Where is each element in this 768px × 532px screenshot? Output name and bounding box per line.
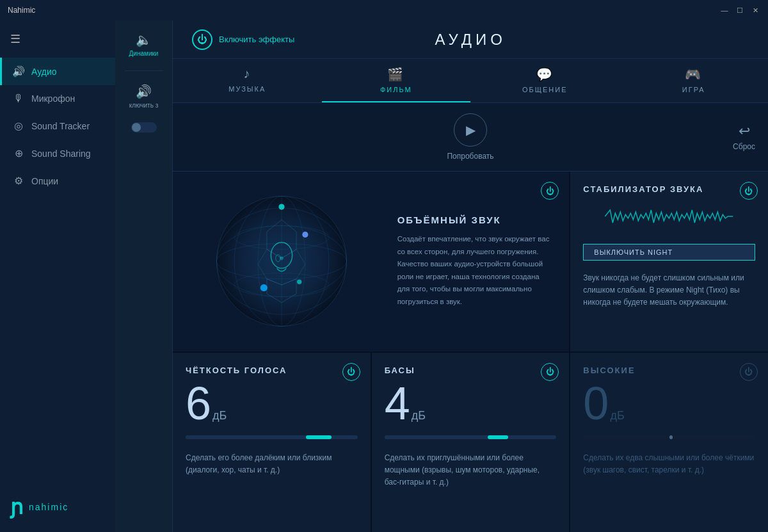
film-tab-icon: 🎬 (387, 67, 404, 82)
device-switch[interactable] (131, 122, 157, 133)
app-title: Nahimic (8, 6, 35, 15)
voice-card: ЧЁТКОСТЬ ГОЛОСА ⏻ 6 дБ Сделать его более… (173, 353, 371, 533)
voice-db-unit: дБ (212, 410, 227, 421)
voice-slider[interactable] (186, 435, 358, 439)
bass-db-display: 4 дБ (385, 380, 557, 426)
highs-db-number: 0 (583, 380, 609, 426)
bass-db-unit: дБ (412, 410, 426, 421)
device-virt-label: ключить з (129, 102, 159, 109)
device-speakers[interactable]: 🔈 Динамики (115, 27, 172, 63)
highs-slider[interactable] (583, 435, 755, 439)
bass-card: БАСЫ ⏻ 4 дБ Сделать их приглушёнными или… (372, 353, 570, 533)
minimize-button[interactable]: — (719, 5, 730, 15)
music-tab-icon: ♪ (243, 67, 251, 81)
speakers-icon: 🔈 (136, 32, 152, 47)
virt-icon: 🔊 (136, 84, 152, 99)
stabilizer-description: Звук никогда не будет слишком сильным ил… (583, 272, 755, 309)
top-bar: ⏻ Включить эффекты АУДИО (173, 20, 768, 59)
device-speakers-label: Динамики (129, 50, 159, 58)
device-virt[interactable]: 🔊 ключить з (115, 79, 172, 115)
sidebar-item-audio[interactable]: 🔊 Аудио (0, 58, 115, 85)
game-tab-icon: 🎮 (685, 67, 702, 82)
main-content: ▶ Попробовать ↩ Сброс (173, 103, 768, 532)
highs-card: ВЫСОКИЕ ⏻ 0 дБ Сделать их едва слышными … (570, 353, 768, 533)
surround-power-btn[interactable]: ⏻ (541, 182, 559, 200)
try-label: Попробовать (447, 152, 493, 161)
tab-game[interactable]: 🎮 ИГРА (620, 59, 769, 102)
highs-db-unit: дБ (610, 410, 624, 421)
svg-point-15 (297, 280, 301, 284)
night-mode-button[interactable]: ВЫКЛЮЧИТЬ NIGHT (583, 244, 755, 261)
highs-title: ВЫСОКИЕ (583, 366, 755, 375)
device-divider (125, 70, 163, 71)
switch-knob (132, 123, 141, 132)
sphere-svg (205, 184, 358, 338)
sidebar-label-tracker: Sound Tracker (31, 121, 90, 131)
bass-description: Сделать их приглушёнными или более мощны… (385, 452, 557, 489)
music-tab-label: МУЗЫКА (228, 85, 266, 93)
menu-icon[interactable]: ☰ (0, 27, 115, 51)
sidebar-label-audio: Аудио (31, 67, 57, 77)
sidebar-logo: ɲ nahimic (0, 482, 115, 532)
sharing-icon: ⊕ (12, 147, 25, 159)
reset-label: Сброс (733, 142, 755, 151)
content-area: ⏻ Включить эффекты АУДИО ♪ МУЗЫКА 🎬 ФИЛЬ… (173, 20, 768, 532)
highs-power-btn[interactable]: ⏻ (740, 363, 758, 381)
cards-grid: ⏻ ОБЪЁМНЫЙ ЗВУК Создаёт впечатление, что… (173, 172, 768, 532)
sidebar-label-sharing: Sound Sharing (31, 149, 91, 159)
sidebar-label-microphone: Микрофон (31, 93, 75, 104)
stabilizer-card: СТАБИЛИЗАТОР ЗВУКА ⏻ ВЫКЛЮЧИТЬ NIGHT Зву… (570, 172, 768, 351)
tabs-bar: ♪ МУЗЫКА 🎬 ФИЛЬМ 💬 ОБЩЕНИЕ 🎮 ИГРА (173, 59, 768, 103)
sidebar-item-sound-sharing[interactable]: ⊕ Sound Sharing (0, 140, 115, 167)
voice-title: ЧЁТКОСТЬ ГОЛОСА (186, 366, 358, 375)
window-controls: — ☐ ✕ (719, 5, 760, 15)
game-tab-label: ИГРА (682, 86, 705, 93)
sidebar-nav: 🔊 Аудио 🎙 Микрофон ◎ Sound Tracker ⊕ Sou… (0, 58, 115, 482)
stabilizer-power-btn[interactable]: ⏻ (740, 182, 758, 200)
highs-db-display: 0 дБ (583, 380, 755, 426)
tab-film[interactable]: 🎬 ФИЛЬМ (322, 59, 471, 102)
sidebar-item-options[interactable]: ⚙ Опции (0, 167, 115, 195)
svg-point-18 (280, 257, 284, 261)
svg-point-12 (279, 204, 285, 210)
logo-symbol: ɲ (10, 495, 24, 519)
logo-text: nahimic (29, 502, 68, 512)
audio-icon: 🔊 (12, 65, 25, 77)
voice-description: Сделать его более далёким или близким (д… (186, 452, 358, 476)
tab-music[interactable]: ♪ МУЗЫКА (173, 59, 322, 102)
effects-toggle[interactable]: ⏻ Включить эффекты (192, 29, 294, 50)
tracker-icon: ◎ (12, 120, 25, 132)
wave-svg (583, 200, 755, 232)
try-play-icon: ▶ (454, 113, 487, 147)
tab-communication[interactable]: 💬 ОБЩЕНИЕ (470, 59, 620, 102)
options-icon: ⚙ (12, 175, 25, 187)
main-layout: ☰ 🔊 Аудио 🎙 Микрофон ◎ Sound Tracker ⊕ S… (0, 20, 768, 532)
bass-power-btn[interactable]: ⏻ (541, 363, 559, 381)
page-title: АУДИО (435, 31, 506, 49)
sidebar-item-sound-tracker[interactable]: ◎ Sound Tracker (0, 112, 115, 140)
surround-title: ОБЪЁМНЫЙ ЗВУК (397, 214, 550, 225)
reset-icon: ↩ (739, 123, 750, 140)
sidebar-label-options: Опции (31, 176, 58, 186)
power-circle-icon: ⏻ (192, 29, 212, 50)
sidebar: ☰ 🔊 Аудио 🎙 Микрофон ◎ Sound Tracker ⊕ S… (0, 20, 115, 532)
bass-title: БАСЫ (385, 366, 557, 375)
svg-point-14 (260, 284, 268, 291)
titlebar: Nahimic — ☐ ✕ (0, 0, 768, 20)
try-button[interactable]: ▶ Попробовать (447, 113, 493, 161)
bass-db-number: 4 (385, 380, 410, 426)
bass-slider[interactable] (385, 435, 557, 439)
reset-button[interactable]: ↩ Сброс (733, 123, 755, 151)
sidebar-item-microphone[interactable]: 🎙 Микрофон (0, 85, 115, 112)
voice-db-number: 6 (186, 380, 211, 426)
surround-description: Создаёт впечатление, что звук окружает в… (397, 233, 550, 308)
close-button[interactable]: ✕ (750, 5, 760, 15)
surround-card: ⏻ ОБЪЁМНЫЙ ЗВУК Создаёт впечатление, что… (173, 172, 569, 351)
maximize-button[interactable]: ☐ (735, 5, 745, 15)
device-bar: 🔈 Динамики 🔊 ключить з (115, 20, 173, 532)
voice-power-btn[interactable]: ⏻ (342, 363, 360, 381)
microphone-icon: 🎙 (12, 93, 25, 104)
voice-db-display: 6 дБ (186, 380, 358, 426)
highs-description: Сделать их едва слышными или более чётки… (583, 452, 755, 476)
effects-label: Включить эффекты (219, 35, 294, 44)
